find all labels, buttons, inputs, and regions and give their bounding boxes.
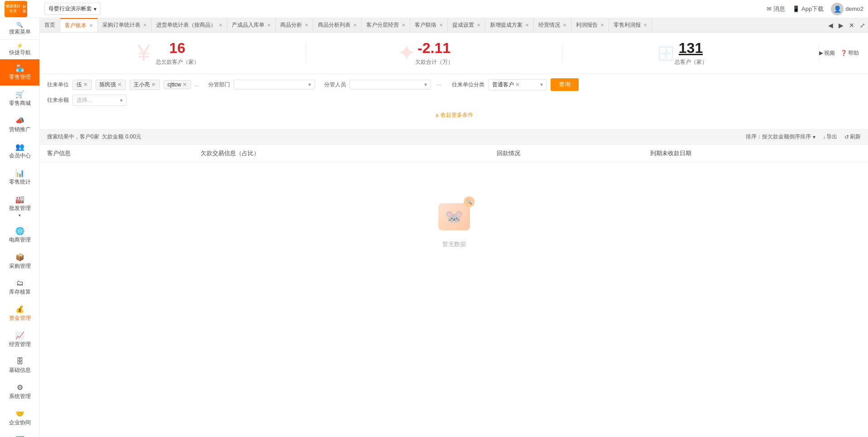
filter-tag-wang[interactable]: 王小亮 ✕ [129,80,160,90]
filter-tag-chen[interactable]: 陈民强 ✕ [96,80,126,90]
sidebar-label: 会员中心 [9,152,31,160]
sidebar-item-finance[interactable]: 💰 资金管理 [0,300,39,327]
tab-retail-profit[interactable]: 零售利润报 ✕ [609,18,652,33]
quick-nav[interactable]: ⚡ 快捷导航 [0,40,39,59]
help-label: 帮助 [848,49,859,57]
col-customer-info: 客户信息 [40,145,193,162]
filter-tag-cjttcw[interactable]: cjttcw ✕ [163,80,191,89]
close-icon[interactable]: ✕ [525,23,529,28]
close-icon[interactable]: ✕ [563,23,566,28]
chevron-down-icon: ▾ [94,6,96,12]
tab-purchase-stats[interactable]: 采购订单统计表 ✕ [98,18,152,33]
system-icon: ⚙ [17,383,23,392]
staff-dots[interactable]: ··· [435,81,443,88]
tab-expand-icon[interactable]: ⤢ [857,22,868,29]
tab-product-inbound[interactable]: 产成品入库单 ✕ [227,18,276,33]
sidebar-item-operations[interactable]: 📈 经营管理 [0,327,39,353]
dept-label: 分管部门 [208,81,230,89]
tab-close-all-icon[interactable]: ✕ [846,22,857,29]
tab-label: 产成品入库单 [232,21,264,29]
classify-label: 往来单位分类 [452,81,484,89]
col-overdue-date: 到期未收款日期 [643,145,868,162]
tab-label: 首页 [44,21,55,29]
tab-label: 提成设置 [452,21,474,29]
tab-controls: ◀ ▶ ✕ ⤢ [825,22,868,29]
close-icon[interactable]: ✕ [600,23,604,28]
remove-tag-cjttcw[interactable]: ✕ [182,81,187,88]
tab-product-analysis[interactable]: 商品分析 ✕ [276,18,313,33]
video-button[interactable]: ▶ 视频 [819,49,835,57]
sidebar-item-purchase[interactable]: 📦 采购管理 [0,248,39,275]
sidebar-item-system[interactable]: ⚙ 系统管理 [0,379,39,405]
query-button[interactable]: 查询 [551,78,579,91]
close-icon[interactable]: ✕ [353,23,357,28]
export-button[interactable]: ↓ 导出 [823,133,837,141]
sidebar-item-enterprise[interactable]: 🤝 企业协同 [0,405,39,431]
stat-total-debt: ✦ -2.11 欠款合计（万） [306,40,562,66]
sidebar-search[interactable]: 🔍 搜索菜单 [0,18,39,40]
tab-goods-stats[interactable]: 进货单统计表（按商品） ✕ [152,18,227,33]
collapse-icon: ∧ [435,112,439,119]
sidebar-item-retail-stats[interactable]: 📊 零售统计 [0,164,39,190]
filter-area: 往来单位 伍 ✕ 陈民强 ✕ 王小亮 ✕ [40,74,868,129]
collapse-button[interactable]: ∧ 收起更多条件 [433,109,475,121]
tab-operations[interactable]: 经营情况 ✕ [534,18,571,33]
empty-label: 暂无数据 [442,240,466,248]
classify-select[interactable]: 普通客户 ✕ ▾ [488,79,547,90]
tab-commission-settings[interactable]: 提成设置 ✕ [448,18,485,33]
message-button[interactable]: ✉ 消息 [767,5,785,13]
classify-tag[interactable]: 普通客户 ✕ [492,81,520,89]
tab-prev-icon[interactable]: ◀ [825,22,836,29]
user-menu[interactable]: 👤 demo2 [831,3,863,15]
remove-tag-wang[interactable]: ✕ [151,81,156,88]
refresh-button[interactable]: ↺ 刷新 [844,133,861,141]
tab-product-analysis-list[interactable]: 商品分析列表 ✕ [313,18,362,33]
result-text: 搜索结果中，客户0家 [47,133,99,141]
sidebar-item-guide[interactable]: 🆕 新手引导 [0,431,39,437]
sidebar-item-wholesale[interactable]: 🏭 批发管理 ▾ [0,190,39,222]
sort-arrow-icon[interactable]: ▾ [813,134,815,140]
tab-home[interactable]: 首页 [40,18,60,33]
close-icon[interactable]: ✕ [143,23,147,28]
tab-customer-contact[interactable]: 客户联络 ✕ [410,18,448,33]
app-download-button[interactable]: 📱 App下载 [792,5,824,13]
tab-label: 客户账本 [65,22,86,29]
remove-tag-chen[interactable]: ✕ [117,81,122,88]
close-icon[interactable]: ✕ [89,23,93,28]
message-label: 消息 [773,5,785,13]
logo: 畅捷通好生意 标版 [5,1,27,17]
tab-customer-ledger[interactable]: 客户账本 ✕ [60,18,98,33]
tab-add-commission[interactable]: 新增提成方案 ✕ [485,18,534,33]
sidebar-item-basic-info[interactable]: 🗄 基础信息 [0,353,39,379]
close-icon[interactable]: ✕ [305,23,308,28]
close-icon[interactable]: ✕ [267,23,271,28]
close-icon[interactable]: ✕ [402,23,405,28]
close-icon[interactable]: ✕ [477,23,480,28]
help-button[interactable]: ❓ 帮助 [840,49,859,57]
sidebar-item-ecommerce[interactable]: 🌐 电商管理 [0,222,39,248]
sidebar-item-retail-mall[interactable]: 🛒 零售商城 [0,86,39,112]
remain-select[interactable]: 选择... ▾ [72,95,127,106]
sidebar-item-retail-mgmt[interactable]: 🏪 零售管理 [0,59,39,86]
dept-select[interactable]: ▾ [234,80,315,90]
sidebar-label: 批发管理 [9,204,31,212]
more-tags[interactable]: ... [195,81,199,88]
close-icon[interactable]: ✕ [643,23,647,28]
remove-tag-wu[interactable]: ✕ [83,81,88,88]
filter-tag-wu[interactable]: 伍 ✕ [72,80,92,90]
tab-customer-tier[interactable]: 客户分层经营 ✕ [362,18,410,33]
sidebar-item-member[interactable]: 👥 会员中心 [0,138,39,164]
tab-next-icon[interactable]: ▶ [836,22,846,29]
empty-state: 🐭 🔍 暂无数据 [40,162,868,285]
close-icon[interactable]: ✕ [219,23,222,28]
tab-profit-report[interactable]: 利润报告 ✕ [571,18,609,33]
store-selector[interactable]: 母婴行业演示帐套 ▾ [44,3,101,15]
staff-select[interactable]: ▾ [350,80,431,90]
close-icon[interactable]: ✕ [439,23,443,28]
search-icon: 🔍 [16,22,23,28]
sidebar-item-inventory[interactable]: 🗂 库存核算 [0,275,39,300]
top-right-actions: ▶ 视频 ❓ 帮助 [819,49,859,57]
ecommerce-icon: 🌐 [15,227,24,235]
remove-classify-tag[interactable]: ✕ [515,81,520,88]
sidebar-item-marketing[interactable]: 📣 营销推广 [0,112,39,138]
